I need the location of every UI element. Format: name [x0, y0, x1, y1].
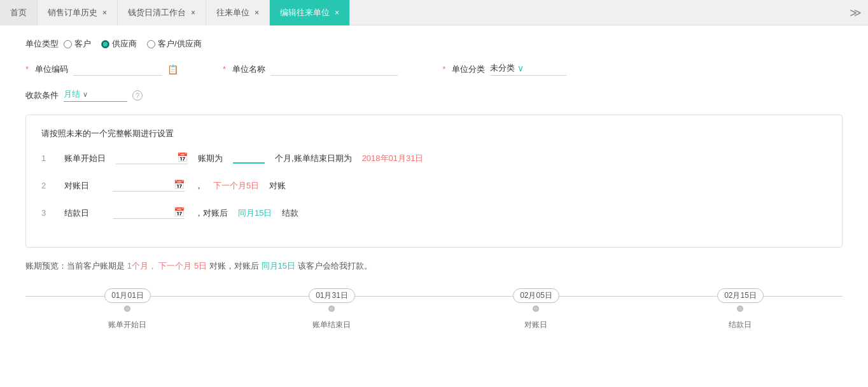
payment-terms-label: 收款条件	[25, 90, 59, 101]
node-2-badge: 02月05日	[513, 288, 559, 303]
row-2-date-input[interactable]: 2018-02-05	[113, 180, 170, 190]
payment-terms-value: 月结	[64, 88, 80, 100]
preview-prefix: 账期预览：当前客户账期是	[25, 261, 125, 271]
node-1-dot-container: 01月31日 账单结束日	[309, 288, 355, 330]
unit-category-value: 未分类	[490, 62, 515, 74]
unit-category-required: *	[442, 64, 445, 74]
radio-customer[interactable]: 客户	[64, 38, 91, 50]
row-2-calendar-icon[interactable]: 📅	[174, 179, 185, 190]
tab-cash-reconciliation-label: 钱货日清工作台	[128, 7, 186, 18]
tab-partner-units-label: 往来单位	[216, 7, 249, 18]
tab-cash-reconciliation-close[interactable]: ×	[191, 8, 195, 17]
copy-icon[interactable]: 📋	[167, 64, 178, 74]
unit-code-input[interactable]: 000001	[73, 63, 162, 76]
help-icon[interactable]: ?	[132, 90, 143, 101]
preview-highlight2: 5日	[194, 261, 207, 271]
unit-name-input[interactable]: 河南供应商22	[270, 63, 398, 76]
row-2-date-wrapper: 2018-02-05 📅	[113, 179, 185, 192]
node-0-label: 账单开始日	[108, 320, 146, 330]
tab-bar: 首页 销售订单历史 × 钱货日清工作台 × 往来单位 × 编辑往来单位 × ≫	[0, 0, 868, 25]
tab-partner-units[interactable]: 往来单位 ×	[206, 0, 270, 25]
radio-supplier[interactable]: 供应商	[101, 38, 137, 50]
tab-partner-units-close[interactable]: ×	[255, 8, 259, 17]
row-3-number: 3	[41, 208, 54, 218]
tab-edit-partner-close[interactable]: ×	[335, 8, 339, 17]
preview-highlight3: 同月15日	[262, 261, 295, 271]
setting-row-3: 3 结款日 2018-02-15 📅 ，对账后 同月15日 结款	[41, 207, 827, 219]
setting-row-1: 1 账单开始日 2018-01-01 📅 账期为 1 个月,账单结束日期为 20…	[41, 152, 827, 164]
tab-edit-partner-label: 编辑往来单位	[280, 7, 330, 18]
tab-sales-history-close[interactable]: ×	[102, 8, 107, 17]
radio-both[interactable]: 客户/供应商	[147, 38, 202, 50]
row-1-date-wrapper: 2018-01-01 📅	[116, 152, 188, 164]
timeline-node-1: 01月31日 账单结束日	[230, 287, 434, 330]
row-3-highlight: 同月15日	[238, 208, 272, 219]
tab-cash-reconciliation[interactable]: 钱货日清工作台 ×	[118, 0, 206, 25]
row-2-highlight: 下一个月5日	[213, 180, 259, 192]
unit-name-required: *	[223, 64, 226, 74]
row-1-label: 账单开始日	[64, 153, 106, 164]
unit-category-select[interactable]: 未分类 ∨	[490, 62, 566, 76]
unit-code-required: *	[25, 64, 29, 74]
unit-type-row: 单位类型 客户 供应商 客户/供应商	[25, 38, 843, 50]
node-3-label: 结款日	[729, 320, 752, 330]
unit-category-label: 单位分类	[452, 64, 485, 75]
tab-expand-button[interactable]: ≫	[843, 6, 868, 20]
preview-text: 账期预览：当前客户账期是 1个月， 下一个月 5日 对账，对账后 同月15日 该…	[25, 260, 843, 272]
payment-terms-select[interactable]: 月结 ∨	[64, 88, 127, 102]
node-0-dot-container: 01月01日 账单开始日	[104, 288, 151, 330]
payment-terms-chevron-icon: ∨	[83, 90, 88, 99]
row-2-label: 对账日	[64, 180, 102, 192]
unit-type-group: 单位类型 客户 供应商 客户/供应商	[25, 38, 202, 50]
unit-code-label: 单位编码	[35, 64, 68, 75]
timeline-node-3: 02月15日 结款日	[638, 287, 843, 330]
radio-supplier-label: 供应商	[112, 38, 137, 50]
node-1-badge: 01月31日	[309, 288, 355, 303]
preview-middle: 下一个月	[158, 261, 192, 271]
node-3-circle	[737, 306, 743, 312]
row-2-desc-suffix: 对账	[269, 180, 286, 192]
node-2-label: 对账日	[524, 320, 547, 330]
row-3-date-wrapper: 2018-02-15 📅	[113, 207, 185, 219]
row-3-calendar-icon[interactable]: 📅	[174, 207, 185, 217]
timeline-node-0: 01月01日 账单开始日	[25, 287, 230, 330]
node-1-label: 账单结束日	[312, 320, 351, 330]
row-1-date-input[interactable]: 2018-01-01	[116, 153, 173, 162]
unit-details-row: * 单位编码 000001 📋 * 单位名称 河南供应商22 * 单位分类 未分…	[25, 62, 843, 76]
unit-name-label: 单位名称	[232, 64, 265, 75]
radio-supplier-input[interactable]	[101, 40, 109, 48]
radio-both-input[interactable]	[147, 40, 155, 48]
unit-type-radios: 客户 供应商 客户/供应商	[64, 38, 202, 50]
row-3-date-input[interactable]: 2018-02-15	[113, 208, 170, 217]
preview-suffix1: 对账，对账后	[209, 261, 259, 271]
panel-title: 请按照未来的一个完整帐期进行设置	[41, 128, 827, 139]
payment-terms-group: 收款条件 月结 ∨ ?	[25, 88, 143, 102]
row-2-desc-prefix: ，	[195, 180, 203, 192]
tab-home[interactable]: 首页	[0, 0, 38, 25]
timeline-nodes: 01月01日 账单开始日 01月31日 账单结束日	[25, 287, 843, 330]
preview-highlight1: 1个月，	[127, 261, 157, 271]
tab-home-label: 首页	[10, 7, 27, 18]
unit-name-group: * 单位名称 河南供应商22	[223, 63, 398, 76]
row-1-months-input[interactable]: 1	[233, 153, 265, 164]
tab-edit-partner[interactable]: 编辑往来单位 ×	[270, 0, 350, 25]
setting-row-2: 2 对账日 2018-02-05 📅 ， 下一个月5日 对账	[41, 179, 827, 192]
node-2-dot-container: 02月05日 对账日	[513, 288, 559, 330]
tab-sales-history[interactable]: 销售订单历史 ×	[38, 0, 118, 25]
row-3-desc-prefix: ，对账后	[195, 208, 228, 219]
timeline-node-2: 02月05日 对账日	[434, 287, 638, 330]
settings-panel: 请按照未来的一个完整帐期进行设置 1 账单开始日 2018-01-01 📅 账期…	[25, 115, 843, 248]
main-content: 单位类型 客户 供应商 客户/供应商 * 单位编码 00000	[0, 25, 868, 387]
unit-type-label: 单位类型	[25, 38, 59, 50]
row-1-calendar-icon[interactable]: 📅	[177, 152, 188, 162]
row-2-number: 2	[41, 181, 54, 190]
row-1-number: 1	[41, 153, 54, 163]
payment-terms-row: 收款条件 月结 ∨ ?	[25, 88, 843, 102]
radio-both-label: 客户/供应商	[158, 38, 202, 50]
node-1-circle	[328, 306, 335, 312]
preview-suffix2: 该客户会给我打款。	[298, 261, 372, 271]
radio-customer-input[interactable]	[64, 40, 72, 48]
node-0-badge: 01月01日	[104, 288, 151, 303]
row-1-suffix-before: 账期为	[198, 153, 223, 164]
node-3-dot-container: 02月15日 结款日	[717, 288, 764, 330]
